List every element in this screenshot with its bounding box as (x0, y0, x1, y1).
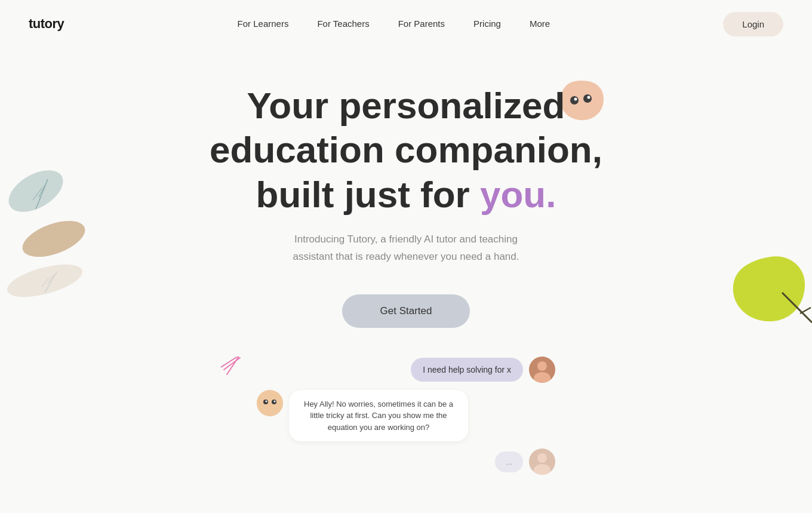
hero-title: Your personalized education companion, b… (210, 84, 602, 217)
get-started-button[interactable]: Get Started (342, 294, 470, 328)
nav-link-more[interactable]: More (530, 19, 550, 29)
login-button[interactable]: Login (723, 12, 783, 36)
nav-item-for-parents[interactable]: For Parents (398, 19, 445, 29)
chat-row-user: I need help solving for x (411, 357, 555, 383)
nav-item-for-learners[interactable]: For Learners (238, 19, 289, 29)
nav-link-pricing[interactable]: Pricing (473, 19, 501, 29)
svg-point-19 (537, 361, 547, 371)
user-avatar (529, 357, 555, 383)
navbar: tutory For Learners For Teachers For Par… (0, 0, 812, 48)
chat-preview: I need help solving for x (257, 357, 555, 475)
svg-point-21 (257, 390, 283, 416)
chat-row-user-2: ... (495, 449, 555, 475)
chat-bubble-user-2: ... (495, 451, 523, 472)
hero-title-line1: Your personalized (247, 85, 565, 126)
nav-link-for-learners[interactable]: For Learners (238, 19, 289, 29)
chat-bubble-ai: Hey Ally! No worries, sometimes it can b… (289, 390, 468, 442)
nav-item-for-teachers[interactable]: For Teachers (317, 19, 369, 29)
nav-item-pricing[interactable]: Pricing (473, 19, 501, 29)
svg-point-25 (274, 400, 276, 402)
nav-link-for-parents[interactable]: For Parents (398, 19, 445, 29)
nav-link-for-teachers[interactable]: For Teachers (317, 19, 369, 29)
ai-avatar (257, 390, 283, 416)
hero-title-line3: built just for (256, 174, 480, 215)
chat-bubble-user: I need help solving for x (411, 358, 523, 382)
hero-subtitle: Introducing Tutory, a friendly AI tutor … (281, 231, 531, 266)
hero-section: Your personalized education companion, b… (0, 48, 812, 475)
nav-item-more[interactable]: More (530, 19, 550, 29)
sparkle-decoration (221, 357, 257, 389)
svg-point-24 (266, 400, 267, 402)
hero-title-highlight: you. (480, 174, 556, 215)
chat-row-ai: Hey Ally! No worries, sometimes it can b… (257, 390, 468, 442)
logo[interactable]: tutory (29, 16, 64, 32)
user-avatar-2 (529, 449, 555, 475)
hero-title-line2: education companion, (210, 129, 602, 170)
svg-point-27 (537, 453, 547, 463)
nav-links: For Learners For Teachers For Parents Pr… (238, 19, 550, 29)
